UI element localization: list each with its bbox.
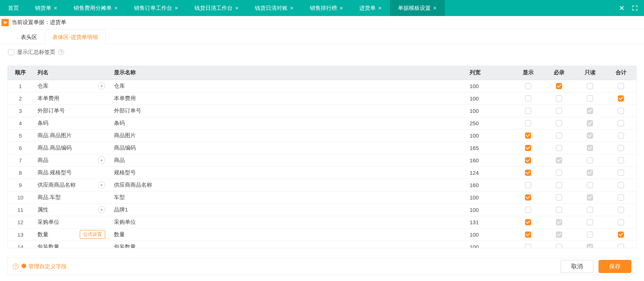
cell-display[interactable]: 数量 xyxy=(110,228,465,241)
cell-display[interactable]: 外部订单号 xyxy=(110,104,465,117)
table-row[interactable]: 12采购单位采购单位131 xyxy=(8,216,636,228)
cell-display[interactable]: 规格型号 xyxy=(110,166,465,179)
table-row[interactable]: 11属性+品牌1100 xyxy=(8,203,636,216)
checkbox[interactable] xyxy=(587,157,593,163)
checkbox[interactable] xyxy=(618,182,624,188)
checkbox[interactable] xyxy=(525,170,531,176)
checkbox[interactable] xyxy=(618,108,624,114)
checkbox[interactable] xyxy=(556,120,562,126)
sub-tab[interactable]: 表头区 xyxy=(13,30,45,44)
cell-width[interactable]: 100 xyxy=(465,241,513,248)
checkbox[interactable] xyxy=(618,120,624,126)
checkbox[interactable] xyxy=(525,132,531,139)
checkbox[interactable] xyxy=(556,207,562,213)
table-row[interactable]: 3外部订单号外部订单号100 xyxy=(8,104,636,117)
close-all-tabs-icon[interactable] xyxy=(619,5,625,11)
top-tab[interactable]: 销货单✕ xyxy=(27,0,66,16)
checkbox[interactable] xyxy=(525,83,531,89)
checkbox[interactable] xyxy=(525,157,531,163)
top-tab[interactable]: 销售订单工作台✕ xyxy=(126,0,186,16)
cell-width[interactable]: 160 xyxy=(465,154,513,166)
cell-width[interactable]: 131 xyxy=(465,216,513,228)
table-row[interactable]: 10商品.车型车型100 xyxy=(8,191,636,203)
checkbox[interactable] xyxy=(587,95,593,102)
cell-width[interactable]: 100 xyxy=(465,129,513,142)
top-tab[interactable]: 单据模板设置✕ xyxy=(390,0,445,16)
cell-width[interactable]: 100 xyxy=(465,203,513,216)
checkbox[interactable] xyxy=(587,182,593,188)
close-icon[interactable]: ✕ xyxy=(433,5,437,11)
checkbox[interactable] xyxy=(525,219,531,225)
add-icon[interactable]: + xyxy=(98,206,105,213)
top-tab[interactable]: 首页 xyxy=(0,0,27,16)
checkbox[interactable] xyxy=(556,95,562,102)
checkbox[interactable] xyxy=(556,132,562,139)
table-row[interactable]: 2本单费用本单费用100 xyxy=(8,92,636,104)
cell-width[interactable]: 100 xyxy=(465,104,513,117)
checkbox[interactable] xyxy=(618,132,624,139)
top-tab[interactable]: 销售费用分摊单✕ xyxy=(66,0,126,16)
table-row[interactable]: 14包装数量包装数量100 xyxy=(8,241,636,248)
table-row[interactable]: 6商品.商品编码商品编码165 xyxy=(8,142,636,154)
top-tab[interactable]: 钱货日清工作台✕ xyxy=(186,0,247,16)
checkbox[interactable] xyxy=(618,145,624,151)
cancel-button[interactable]: 取消 xyxy=(561,260,593,273)
cell-width[interactable]: 250 xyxy=(465,117,513,129)
cell-display[interactable]: 品牌1 xyxy=(110,203,465,216)
close-icon[interactable]: ✕ xyxy=(339,5,343,11)
checkbox[interactable] xyxy=(525,231,531,238)
cell-display[interactable]: 条码 xyxy=(110,117,465,129)
checkbox[interactable] xyxy=(618,207,624,213)
checkbox[interactable] xyxy=(587,83,593,89)
close-icon[interactable]: ✕ xyxy=(290,5,294,11)
checkbox[interactable] xyxy=(618,244,624,248)
add-icon[interactable]: + xyxy=(98,82,105,90)
sidebar-expand-icon[interactable] xyxy=(1,19,9,26)
fullscreen-icon[interactable] xyxy=(632,5,638,11)
checkbox[interactable] xyxy=(525,145,531,151)
checkbox[interactable] xyxy=(556,83,562,89)
top-tab[interactable]: 钱货日清对账✕ xyxy=(247,0,302,16)
checkbox[interactable] xyxy=(618,83,624,89)
cell-width[interactable]: 100 xyxy=(465,92,513,104)
cell-display[interactable]: 商品 xyxy=(110,154,465,166)
table-row[interactable]: 9供应商商品名称+供应商商品名称160 xyxy=(8,179,636,191)
checkbox[interactable] xyxy=(525,95,531,102)
checkbox[interactable] xyxy=(556,194,562,201)
cell-display[interactable]: 采购单位 xyxy=(110,216,465,228)
checkbox[interactable] xyxy=(525,108,531,114)
close-icon[interactable]: ✕ xyxy=(378,5,382,11)
checkbox[interactable] xyxy=(525,207,531,213)
add-icon[interactable]: + xyxy=(98,157,105,164)
gear-icon[interactable] xyxy=(21,263,26,270)
checkbox[interactable] xyxy=(587,231,593,238)
checkbox[interactable] xyxy=(587,207,593,213)
cell-width[interactable]: 160 xyxy=(465,179,513,191)
cell-width[interactable]: 165 xyxy=(465,142,513,154)
cell-display[interactable]: 包装数量 xyxy=(110,241,465,248)
checkbox[interactable] xyxy=(525,194,531,201)
add-icon[interactable]: + xyxy=(98,181,105,189)
checkbox[interactable] xyxy=(556,244,562,248)
checkbox[interactable] xyxy=(618,95,624,102)
checkbox[interactable] xyxy=(525,182,531,188)
cell-width[interactable]: 100 xyxy=(465,80,513,92)
cell-display[interactable]: 仓库 xyxy=(110,80,465,92)
checkbox[interactable] xyxy=(525,120,531,126)
cell-display[interactable]: 商品编码 xyxy=(110,142,465,154)
save-button[interactable]: 保存 xyxy=(598,260,631,273)
checkbox[interactable] xyxy=(556,145,562,151)
checkbox[interactable] xyxy=(618,170,624,176)
checkbox[interactable] xyxy=(618,231,624,238)
table-row[interactable]: 4条码条码250 xyxy=(8,117,636,129)
help-icon[interactable]: ? xyxy=(58,49,64,55)
table-row[interactable]: 13数量公式设置数量100 xyxy=(8,228,636,241)
cell-display[interactable]: 商品图片 xyxy=(110,129,465,142)
top-tab[interactable]: 销售排行榜✕ xyxy=(302,0,351,16)
close-icon[interactable]: ✕ xyxy=(235,5,239,11)
cell-display[interactable]: 车型 xyxy=(110,191,465,203)
sub-tab[interactable]: 表体区-进货单明细 xyxy=(45,30,106,44)
close-icon[interactable]: ✕ xyxy=(174,5,178,11)
cell-width[interactable]: 100 xyxy=(465,228,513,241)
checkbox[interactable] xyxy=(618,219,624,225)
